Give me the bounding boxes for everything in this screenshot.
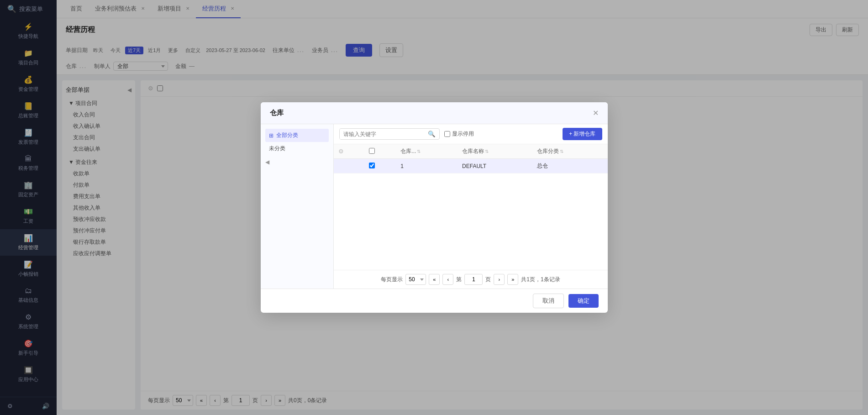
row-checkbox-cell xyxy=(364,159,396,173)
col-code-label: 仓库... xyxy=(400,147,416,155)
modal-category-list: ⊞ 全部分类未分类 xyxy=(265,129,329,155)
modal-next-btn[interactable]: › xyxy=(494,274,505,285)
modal-search-button[interactable]: 🔍 xyxy=(424,129,439,139)
col-category: 仓库分类 ⇅ xyxy=(532,144,607,159)
modal-collapse-btn[interactable]: ◀ xyxy=(265,159,269,165)
modal-prev-btn[interactable]: ‹ xyxy=(442,274,453,285)
warehouse-modal: 仓库 ✕ ⊞ 全部分类未分类 ◀ 🔍 显示停用 xyxy=(261,102,608,313)
modal-page-label: 第 xyxy=(456,276,462,284)
table-header-row: ⚙ 仓库... ⇅ 仓库名称 xyxy=(334,144,608,159)
show-disabled-row: 显示停用 xyxy=(444,130,474,138)
modal-left-panel: ⊞ 全部分类未分类 ◀ xyxy=(261,124,334,289)
modal-footer: 取消 确定 xyxy=(261,289,608,313)
show-disabled-label: 显示停用 xyxy=(452,130,474,138)
modal-category-item-未分类[interactable]: 未分类 xyxy=(265,142,329,155)
col-name: 仓库名称 ⇅ xyxy=(458,144,532,159)
modal-header: 仓库 ✕ xyxy=(261,102,608,124)
modal-cancel-button[interactable]: 取消 xyxy=(533,294,564,308)
modal-first-btn[interactable]: « xyxy=(429,274,440,285)
modal-table-body: 1 DEFAULT 总仓 xyxy=(334,159,608,173)
modal-pagination: 每页显示 501020100 « ‹ 第 页 › » 共1页，1条记录 xyxy=(334,270,608,289)
col-category-label: 仓库分类 xyxy=(537,147,559,155)
col-category-sort[interactable]: ⇅ xyxy=(560,149,563,154)
modal-toolbar: 🔍 显示停用 + 新增仓库 xyxy=(334,124,608,144)
col-gear: ⚙ xyxy=(334,144,364,159)
modal-page-size-select[interactable]: 501020100 xyxy=(405,274,426,285)
row-code-cell: DEFAULT xyxy=(458,159,532,173)
modal-close-button[interactable]: ✕ xyxy=(593,109,599,117)
col-code: 仓库... ⇅ xyxy=(396,144,458,159)
modal-confirm-button[interactable]: 确定 xyxy=(568,294,599,308)
row-checkbox[interactable] xyxy=(369,163,375,168)
modal-title: 仓库 xyxy=(270,109,284,117)
modal-table-wrap: ⚙ 仓库... ⇅ 仓库名称 xyxy=(334,144,608,270)
table-row[interactable]: 1 DEFAULT 总仓 xyxy=(334,159,608,173)
modal-page-size-label: 每页显示 xyxy=(381,276,403,284)
add-warehouse-button[interactable]: + 新增仓库 xyxy=(563,128,602,140)
col-gear-icon[interactable]: ⚙ xyxy=(338,148,344,155)
modal-page-suffix: 页 xyxy=(485,276,491,284)
show-disabled-checkbox[interactable] xyxy=(444,131,450,137)
modal-right-panel: 🔍 显示停用 + 新增仓库 ⚙ xyxy=(334,124,608,289)
col-code-sort[interactable]: ⇅ xyxy=(417,149,421,154)
col-checkbox xyxy=(364,144,396,159)
col-name-sort[interactable]: ⇅ xyxy=(485,149,489,154)
modal-body: ⊞ 全部分类未分类 ◀ 🔍 显示停用 + 新增仓库 xyxy=(261,124,608,289)
category-icon: ⊞ xyxy=(269,132,274,139)
modal-category-item-全部分类[interactable]: ⊞ 全部分类 xyxy=(265,129,329,142)
modal-search-input[interactable] xyxy=(340,129,424,139)
select-all-modal-checkbox[interactable] xyxy=(369,148,375,154)
modal-page-input[interactable] xyxy=(464,274,483,285)
row-name-cell: 总仓 xyxy=(532,159,607,173)
modal-total-text: 共1页，1条记录 xyxy=(521,276,560,284)
row-id-cell: 1 xyxy=(396,159,458,173)
col-name-label: 仓库名称 xyxy=(462,147,484,155)
modal-last-btn[interactable]: » xyxy=(507,274,518,285)
modal-overlay[interactable]: 仓库 ✕ ⊞ 全部分类未分类 ◀ 🔍 显示停用 xyxy=(0,0,868,415)
row-gear-cell xyxy=(334,159,364,173)
warehouse-table: ⚙ 仓库... ⇅ 仓库名称 xyxy=(334,144,608,173)
modal-search-box: 🔍 xyxy=(339,128,440,140)
